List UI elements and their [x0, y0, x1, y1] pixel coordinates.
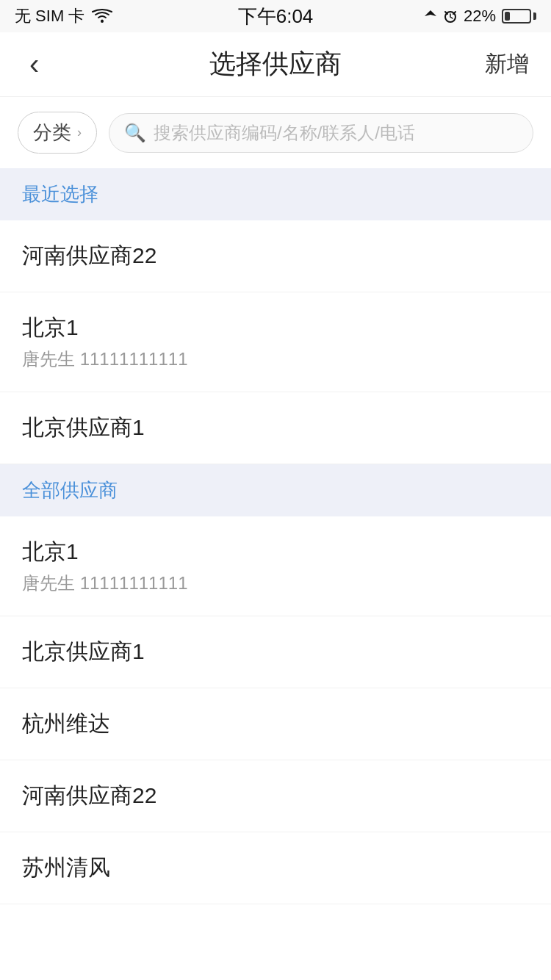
item-name: 北京1 [22, 537, 529, 567]
status-time: 下午6:04 [238, 4, 314, 29]
alarm-icon [443, 9, 458, 24]
all-section-header: 全部供应商 [0, 464, 551, 516]
recent-list-item[interactable]: 北京供应商1 [0, 392, 551, 464]
all-list-item[interactable]: 北京供应商1 [0, 616, 551, 688]
search-placeholder: 搜索供应商编码/名称/联系人/电话 [154, 121, 415, 145]
location-icon [424, 10, 437, 23]
search-icon: 🔍 [124, 123, 146, 143]
status-right: 22% [424, 7, 536, 26]
wifi-icon [92, 9, 112, 24]
battery-percent: 22% [464, 7, 496, 26]
item-name: 北京供应商1 [22, 413, 529, 443]
all-list-item[interactable]: 杭州维达 [0, 688, 551, 760]
category-button[interactable]: 分类 › [18, 112, 97, 154]
recent-list-item[interactable]: 北京1 唐先生 11111111111 [0, 292, 551, 392]
item-sub: 唐先生 11111111111 [22, 347, 529, 371]
svg-point-0 [101, 20, 104, 23]
item-name: 杭州维达 [22, 709, 529, 739]
recent-section-label: 最近选择 [22, 183, 98, 205]
filter-bar: 分类 › 🔍 搜索供应商编码/名称/联系人/电话 [0, 97, 551, 168]
item-sub: 唐先生 11111111111 [22, 572, 529, 595]
status-bar: 无 SIM 卡 下午6:04 22% [0, 0, 551, 32]
all-list-item[interactable]: 北京1 唐先生 11111111111 [0, 516, 551, 616]
all-items-list: 北京1 唐先生 11111111111 北京供应商1 杭州维达 河南供应商22 … [0, 516, 551, 904]
nav-bar: ‹ 选择供应商 新增 [0, 32, 551, 97]
item-name: 河南供应商22 [22, 241, 529, 271]
recent-list-item[interactable]: 河南供应商22 [0, 220, 551, 292]
item-name: 苏州清风 [22, 853, 529, 883]
chevron-right-icon: › [77, 125, 82, 140]
all-list-item[interactable]: 河南供应商22 [0, 760, 551, 832]
carrier-text: 无 SIM 卡 [15, 5, 84, 27]
recent-section-header: 最近选择 [0, 168, 551, 220]
add-button[interactable]: 新增 [485, 49, 529, 79]
item-name: 北京1 [22, 313, 529, 343]
status-left: 无 SIM 卡 [15, 5, 112, 27]
recent-items-list: 河南供应商22 北京1 唐先生 11111111111 北京供应商1 [0, 220, 551, 464]
battery-icon [502, 9, 536, 24]
search-box[interactable]: 🔍 搜索供应商编码/名称/联系人/电话 [109, 113, 533, 153]
category-label: 分类 [33, 120, 71, 145]
back-button[interactable]: ‹ [22, 40, 46, 88]
item-name: 北京供应商1 [22, 637, 529, 667]
page-title: 选择供应商 [209, 46, 342, 82]
item-name: 河南供应商22 [22, 781, 529, 811]
all-section-label: 全部供应商 [22, 479, 118, 501]
all-list-item[interactable]: 苏州清风 [0, 832, 551, 904]
